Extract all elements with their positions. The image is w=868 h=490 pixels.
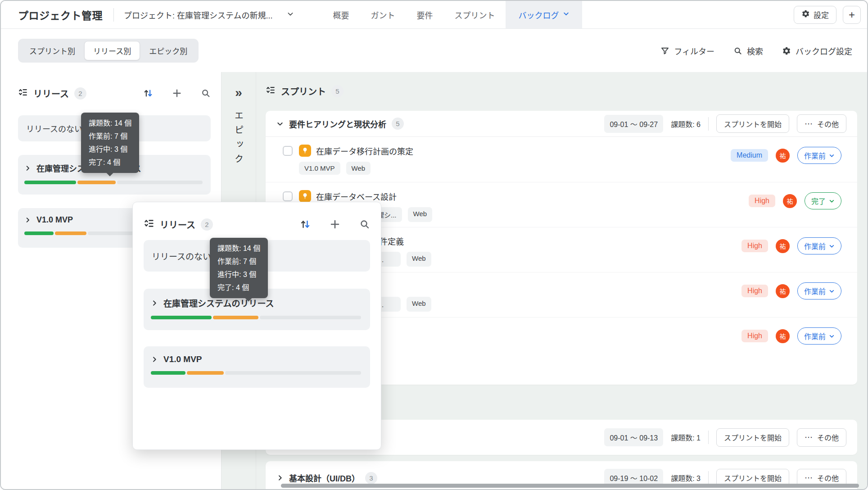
chevron-down-icon [563,10,570,19]
release-count-badge: 2 [201,218,213,231]
item-title[interactable]: 在庫データ移行計画の策定 [316,145,413,157]
chevron-down-icon [829,243,835,249]
chevron-down-icon [829,288,835,294]
divider [708,117,709,131]
segment-by-release[interactable]: リリース別 [84,41,140,60]
status-label: 作業前 [804,331,826,341]
status-select[interactable]: 作業前 [797,282,841,299]
gear-icon [801,9,810,20]
chevron-right-icon[interactable] [276,474,284,481]
segment-by-sprint[interactable]: スプリント別 [20,41,84,60]
toolbar-actions: フィルター 検索 バックログ設定 [660,45,852,57]
sprint-item-count-badge: 3 [365,472,377,484]
item-tag[interactable]: Web [346,162,371,175]
search-button[interactable]: 検索 [733,45,763,57]
chevron-right-icon[interactable] [151,356,158,363]
assignee-avatar[interactable]: 祐 [776,284,790,298]
progress-done [151,371,185,375]
status-select[interactable]: 作業前 [797,147,841,164]
project-selector-label: プロジェクト: 在庫管理システムの新規... [124,9,272,21]
assignee-avatar[interactable]: 祐 [776,239,790,253]
settings-button-label: 設定 [814,9,829,20]
item-title[interactable]: 在庫データベース設計 [316,191,397,202]
release-stats-tooltip: 課題数: 14 個 作業前: 7 個 進行中: 3 個 完了: 4 個 [210,238,268,298]
status-label: 作業前 [804,286,826,296]
start-sprint-button[interactable]: スプリントを開始 [716,428,789,447]
more-button-label: その他 [817,432,839,443]
divider [708,471,709,485]
status-select[interactable]: 作業前 [797,237,841,254]
item-checkbox[interactable] [283,191,293,201]
sort-icon[interactable] [300,219,311,230]
assignee-avatar[interactable]: 祐 [776,329,790,343]
chevron-right-icon[interactable] [151,299,158,307]
sprint-name: 要件ヒアリングと現状分析 [289,118,386,130]
status-select[interactable]: 完了 [805,192,841,209]
tab-backlog-label: バックログ [518,9,559,21]
progress-done [24,231,54,235]
sprint-dates: 09-01 ～ 09-27 [604,115,663,133]
chevron-down-icon [829,153,835,159]
release-progress-bar [24,181,203,184]
release-item[interactable]: V1.0 MVP [144,346,370,388]
assignee-avatar[interactable]: 祐 [776,149,790,163]
backlog-settings-button[interactable]: バックログ設定 [782,45,852,57]
plus-icon[interactable] [330,219,340,230]
topbar-actions: 設定 + [794,6,861,24]
item-tag[interactable]: Web [407,297,431,312]
story-type-icon [299,145,311,157]
project-selector[interactable]: プロジェクト: 在庫管理システムの新規... [124,9,294,21]
horizontal-scrollbar[interactable] [281,484,859,488]
list-sort-icon [144,218,154,231]
settings-button[interactable]: 設定 [794,6,836,24]
release-panel-header: リリース 2 [144,217,370,232]
progress-remaining [117,181,203,184]
story-type-icon [299,190,311,202]
add-button[interactable]: + [843,6,861,24]
item-checkbox[interactable] [283,146,293,156]
search-icon[interactable] [359,219,370,230]
chevron-right-icon[interactable] [24,165,31,172]
expand-panel-icon[interactable]: » [235,86,242,99]
tab-requirements[interactable]: 要件 [406,1,443,28]
tooltip-line: 完了: 4 個 [89,156,131,169]
progress-done [151,316,212,319]
more-button[interactable]: ⋯ その他 [797,428,846,447]
sprint-issue-count: 課題数: 1 [671,432,701,443]
release-panel-title: リリース [33,87,69,100]
tab-gantt[interactable]: ガント [360,1,406,28]
chevron-down-icon [287,10,294,19]
tab-overview[interactable]: 概要 [322,1,360,28]
status-label: 作業前 [804,240,826,251]
item-tag[interactable]: V1.0 MVP [299,162,340,175]
progress-inprogress [213,316,258,319]
app-window: プロジェクト管理 プロジェクト: 在庫管理システムの新規... 概要 ガント 要… [0,0,868,490]
search-icon[interactable] [201,88,211,98]
sort-icon[interactable] [143,88,153,98]
start-sprint-button[interactable]: スプリントを開始 [716,114,789,133]
chevron-down-icon [829,198,835,204]
item-tag[interactable]: Web [407,252,431,267]
more-button[interactable]: ⋯ その他 [797,114,846,133]
filter-button[interactable]: フィルター [660,45,714,57]
plus-icon[interactable] [172,88,182,98]
tab-backlog[interactable]: バックログ [506,1,582,28]
top-bar: プロジェクト管理 プロジェクト: 在庫管理システムの新規... 概要 ガント 要… [1,1,867,29]
sprint-count-badge: 5 [331,85,344,97]
tooltip-line: 進行中: 3 個 [89,143,131,156]
status-label: 作業前 [804,150,826,161]
chevron-down-icon[interactable] [276,120,284,127]
gear-icon [782,46,791,55]
release-panel-header: リリース 2 [18,86,211,101]
status-label: 完了 [811,195,826,206]
epic-strip-label[interactable]: エピック [232,111,245,168]
tab-sprint[interactable]: スプリント [443,1,506,28]
segment-by-epic[interactable]: エピック別 [140,41,196,60]
filter-label: フィルター [674,45,714,57]
item-tag[interactable]: Web [408,207,433,222]
chevron-right-icon[interactable] [24,217,31,223]
assignee-avatar[interactable]: 祐 [783,194,797,208]
release-panel-actions [143,88,211,98]
status-select[interactable]: 作業前 [797,327,841,345]
backlog-item: 在庫データ移行計画の策定 V1.0 MVP Web Medium 祐 作業前 [266,137,857,182]
